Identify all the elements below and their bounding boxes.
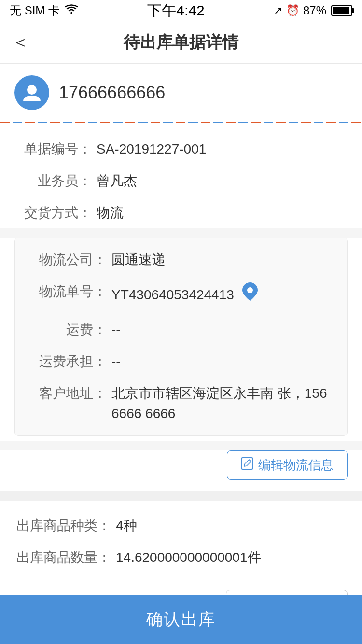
carrier-text: 无 SIM 卡 (10, 3, 60, 18)
battery-text: 87% (303, 4, 326, 17)
back-button[interactable]: ＜ (12, 30, 29, 54)
logistics-company-row: 物流公司： 圆通速递 (29, 250, 333, 270)
goods-type-value: 4种 (116, 516, 348, 536)
salesman-label: 业务员： (14, 171, 92, 191)
alarm-icon: ⏰ (286, 4, 299, 17)
status-bar: 无 SIM 卡 下午4:42 ↗ ⏰ 87% (0, 0, 362, 21)
status-right: ↗ ⏰ 87% (274, 4, 352, 17)
location-status-icon: ↗ (274, 4, 282, 17)
goods-quantity-row: 出库商品数量： 14.620000000000001件 (14, 547, 348, 568)
order-no-row: 单据编号： SA-20191227-001 (14, 139, 348, 159)
user-phone: 17666666666 (59, 83, 165, 103)
order-no-value: SA-20191227-001 (97, 139, 348, 159)
delivery-row: 交货方式： 物流 (14, 203, 348, 223)
freight-bear-value: -- (111, 351, 333, 372)
order-no-label: 单据编号： (14, 139, 92, 159)
freight-row: 运费： -- (29, 320, 333, 340)
edit-logistics-label: 编辑物流信息 (258, 457, 334, 474)
confirm-section: 确认出库 (0, 595, 362, 644)
edit-icon (241, 457, 253, 473)
freight-label: 运费： (29, 320, 107, 340)
goods-info-section: 出库商品种类： 4种 出库商品数量： 14.620000000000001件 (0, 501, 362, 582)
battery-icon (331, 5, 352, 16)
confirm-outbound-button[interactable]: 确认出库 (146, 608, 216, 630)
avatar (14, 75, 49, 110)
user-section: 17666666666 (0, 64, 362, 122)
svg-point-0 (27, 85, 37, 95)
freight-bear-label: 运费承担： (29, 351, 107, 372)
status-left: 无 SIM 卡 (10, 3, 78, 18)
delivery-label: 交货方式： (14, 203, 92, 223)
order-info-section: 单据编号： SA-20191227-001 业务员： 曾凡杰 交货方式： 物流 (0, 125, 362, 228)
address-row: 客户地址： 北京市市辖区海淀区永丰南 张，156 6666 6666 (29, 383, 333, 424)
address-value: 北京市市辖区海淀区永丰南 张，156 6666 6666 (111, 383, 333, 424)
dashed-separator (0, 122, 362, 125)
goods-type-label: 出库商品种类： (14, 516, 111, 536)
freight-value: -- (111, 320, 333, 340)
map-pin-icon[interactable] (242, 281, 258, 308)
freight-bear-row: 运费承担： -- (29, 351, 333, 372)
goods-quantity-value: 14.620000000000001件 (116, 547, 348, 568)
status-time: 下午4:42 (147, 1, 204, 21)
goods-quantity-label: 出库商品数量： (14, 547, 111, 568)
goods-type-row: 出库商品种类： 4种 (14, 516, 348, 536)
logistics-company-value: 圆通速递 (111, 250, 333, 270)
salesman-row: 业务员： 曾凡杰 (14, 171, 348, 191)
address-label: 客户地址： (29, 383, 107, 404)
edit-button-row: 编辑物流信息 (0, 450, 362, 491)
logistics-company-label: 物流公司： (29, 250, 107, 270)
tracking-label: 物流单号： (29, 281, 107, 302)
edit-logistics-button[interactable]: 编辑物流信息 (227, 450, 348, 480)
wifi-icon (65, 4, 78, 17)
tracking-value: YT43064053424413 (111, 281, 333, 308)
tracking-row: 物流单号： YT43064053424413 (29, 281, 333, 308)
svg-point-1 (247, 287, 253, 293)
salesman-value: 曾凡杰 (97, 171, 348, 191)
section-divider (0, 491, 362, 501)
page-title: 待出库单据详情 (124, 31, 238, 54)
svg-rect-2 (241, 458, 253, 469)
logistics-section: 物流公司： 圆通速递 物流单号： YT43064053424413 运费： --… (14, 238, 348, 436)
nav-bar: ＜ 待出库单据详情 (0, 21, 362, 64)
delivery-value: 物流 (97, 203, 348, 223)
